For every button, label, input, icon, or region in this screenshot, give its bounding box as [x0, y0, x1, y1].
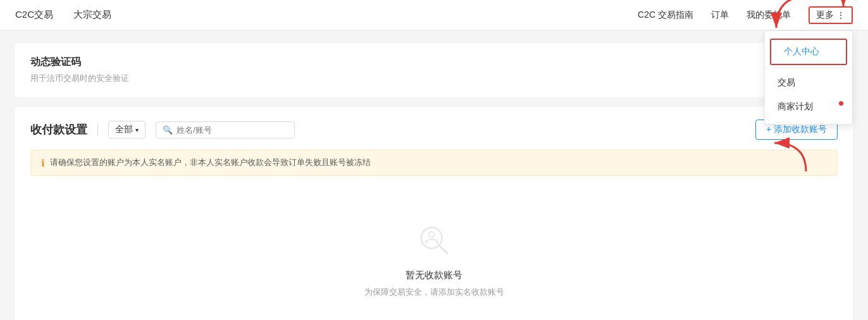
warning-icon: ℹ: [41, 157, 45, 169]
header-divider: [97, 123, 98, 136]
nav-more-button[interactable]: 更多 ⋮: [809, 6, 853, 24]
dropdown-merchant-label: 商家计划: [778, 101, 813, 113]
payment-search-box[interactable]: 🔍: [156, 121, 295, 138]
search-input[interactable]: [177, 125, 288, 135]
dropdown-merchant[interactable]: 商家计划: [765, 95, 852, 119]
nav-bulk-trade[interactable]: 大宗交易: [73, 9, 111, 21]
empty-desc: 为保障交易安全，请添加实名收款账号: [364, 286, 504, 298]
payment-filter-dropdown[interactable]: 全部 ▾: [108, 121, 146, 138]
search-icon: 🔍: [163, 125, 173, 135]
empty-title: 暂无收款账号: [406, 269, 462, 281]
nav-c2c-trade[interactable]: C2C交易: [15, 9, 53, 21]
chevron-down-icon: ▾: [135, 126, 139, 133]
warning-notice: ℹ 请确保您设置的账户为本人实名账户，非本人实名账户收款会导致订单失败且账号被冻…: [30, 150, 838, 176]
main-content: 动态验证码 用于法币交易时的安全验证 收付款设置 全部 ▾ 🔍 + 添加收款账号: [0, 30, 868, 320]
dynamic-verify-desc: 用于法币交易时的安全验证: [30, 73, 838, 84]
payment-section: 收付款设置 全部 ▾ 🔍 + 添加收款账号: [15, 107, 853, 320]
svg-line-5: [439, 245, 447, 254]
payment-header: 收付款设置 全部 ▾ 🔍 + 添加收款账号: [30, 120, 838, 140]
top-nav: C2C交易 大宗交易 C2C 交易指南 订单 我的委托单 更多 ⋮: [0, 0, 868, 30]
dropdown-personal-label: 个人中心: [784, 46, 819, 58]
dropdown-exchange-label: 交易: [778, 77, 795, 89]
nav-more-icon: ⋮: [836, 10, 845, 20]
dropdown-divider: [765, 68, 852, 68]
svg-point-6: [429, 232, 435, 238]
nav-c2c-guide[interactable]: C2C 交易指南: [638, 9, 693, 21]
nav-right: C2C 交易指南 订单 我的委托单 更多 ⋮: [638, 6, 853, 24]
empty-state: 暂无收款账号 为保障交易安全，请添加实名收款账号: [30, 196, 838, 320]
nav-more-wrapper: 更多 ⋮: [809, 6, 853, 24]
nav-orders[interactable]: 订单: [711, 9, 729, 21]
dynamic-verify-section: 动态验证码 用于法币交易时的安全验证: [15, 43, 853, 97]
dropdown-menu: 个人中心 交易 商家计划: [764, 30, 853, 125]
warning-text: 请确保您设置的账户为本人实名账户，非本人实名账户收款会导致订单失败且账号被冻结: [50, 157, 371, 168]
dropdown-personal-center[interactable]: 个人中心: [770, 39, 847, 65]
dropdown-exchange[interactable]: 交易: [765, 71, 852, 95]
merchant-notification-dot: [839, 101, 843, 106]
payment-header-left: 收付款设置 全部 ▾ 🔍: [30, 121, 295, 138]
nav-left: C2C交易 大宗交易: [15, 9, 111, 21]
nav-more-label: 更多: [816, 9, 834, 21]
nav-my-orders[interactable]: 我的委托单: [747, 9, 791, 21]
payment-title: 收付款设置: [30, 122, 87, 137]
empty-icon: [415, 221, 453, 259]
filter-label: 全部: [115, 124, 133, 135]
dynamic-verify-title: 动态验证码: [30, 56, 838, 69]
